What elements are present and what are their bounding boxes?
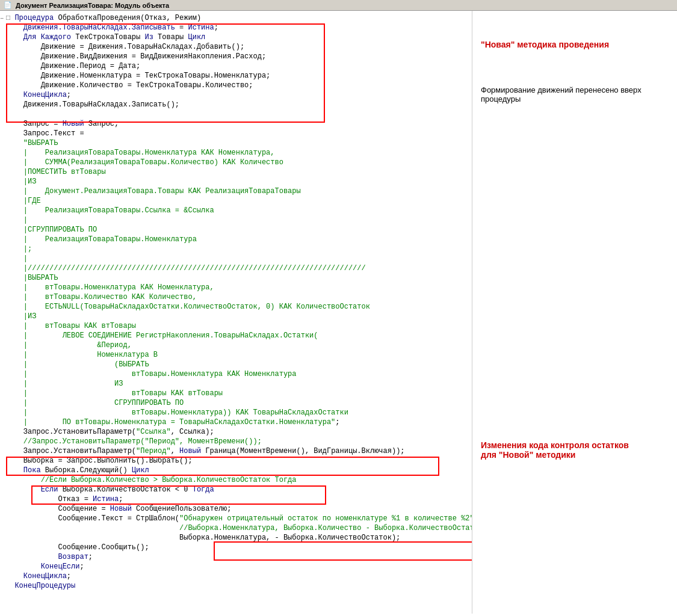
comment-text-3: Изменения кода контроля остатковдля "Нов… [481, 440, 629, 460]
comment-block-3: Изменения кода контроля остатковдля "Нов… [481, 440, 669, 460]
title-bar-icon: 📄 [4, 1, 12, 9]
comment-text-1: "Новая" методика проведения [481, 40, 609, 49]
code-text: □ Процедура ОбработкаПроведения(Отказ, Р… [6, 13, 472, 591]
title-bar-text: Документ РеализацияТовара: Модуль объект… [16, 2, 169, 9]
code-content: □ Процедура ОбработкаПроведения(Отказ, Р… [6, 13, 472, 591]
main-content: − □ Процедура ОбработкаПроведения(Отказ,… [0, 11, 677, 614]
code-panel[interactable]: − □ Процедура ОбработкаПроведения(Отказ,… [0, 11, 472, 614]
gutter: − [0, 13, 6, 591]
collapse-icon[interactable]: − [0, 16, 4, 22]
title-bar: 📄 Документ РеализацияТовара: Модуль объе… [0, 0, 677, 11]
comment-panel: "Новая" методика проведения Формирование… [472, 11, 677, 614]
comment-text-2: Формирование движений перенесено вверх п… [481, 85, 641, 103]
code-wrapper: − □ Процедура ОбработкаПроведения(Отказ,… [0, 13, 472, 591]
comment-block-2: Формирование движений перенесено вверх п… [481, 85, 669, 103]
comment-block-1: "Новая" методика проведения [481, 40, 669, 49]
